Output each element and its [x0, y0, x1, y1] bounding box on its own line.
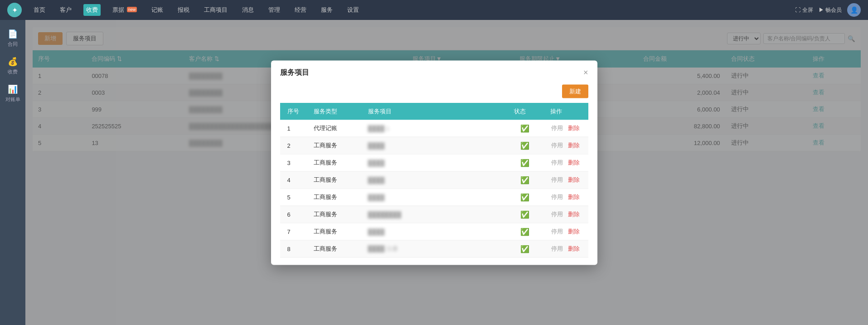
- service-items-table: 序号 服务类型 服务项目 状态 操作 1 代理记账 ████ 1 ✅ 停用 删除…: [280, 102, 588, 257]
- modal-body: 序号 服务类型 服务项目 状态 操作 1 代理记账 ████ 1 ✅ 停用 删除…: [271, 102, 597, 265]
- stop-button[interactable]: 停用: [551, 125, 563, 131]
- list-item: 3 工商服务 ████ ✅ 停用 删除: [280, 154, 588, 171]
- nav-invoice[interactable]: 票据 new: [110, 4, 140, 16]
- nav-service[interactable]: 服务: [318, 4, 335, 16]
- stop-button[interactable]: 停用: [551, 194, 563, 200]
- modal-cell-item: ████: [361, 223, 507, 240]
- new-service-button[interactable]: 新建: [562, 84, 588, 98]
- modal-cell-seq: 8: [280, 240, 306, 257]
- nav-fee[interactable]: 收费: [83, 4, 101, 16]
- nav-customer[interactable]: 客户: [57, 4, 74, 16]
- modal-cell-status: ✅: [507, 120, 543, 137]
- service-items-modal: 服务项目 × 新建 序号 服务类型 服务项目 状态 操作 1: [271, 60, 597, 265]
- nav-business[interactable]: 工商项目: [201, 4, 230, 16]
- modal-cell-action[interactable]: 停用 删除: [543, 120, 588, 137]
- app-logo[interactable]: ✦: [7, 3, 22, 17]
- top-navigation: ✦ 首页 客户 收费 票据 new 记账 报税 工商项目 消息 管理 经营 服务…: [0, 0, 868, 20]
- nav-operation[interactable]: 经营: [292, 4, 309, 16]
- sidebar-item-reconcile[interactable]: 📊 对账单: [0, 81, 25, 107]
- list-item: 4 工商服务 ████ ✅ 停用 删除: [280, 171, 588, 189]
- modal-cell-type: 工商服务: [306, 189, 361, 206]
- stop-button[interactable]: 停用: [551, 142, 563, 149]
- modal-cell-action[interactable]: 停用 删除: [543, 171, 588, 189]
- modal-cell-item: ████: [361, 171, 507, 189]
- modal-col-type: 服务类型: [306, 102, 361, 120]
- main-content: 新增 服务项目 进行中 全部 已终止 🔍 序号 合同编码 ⇅ 客户名称 ⇅ 服务…: [25, 20, 868, 325]
- sidebar-item-fee[interactable]: 💰 收费: [0, 53, 25, 79]
- modal-cell-type: 工商服务: [306, 154, 361, 171]
- list-item: 8 工商服务 ████ 注册 ✅ 停用 删除: [280, 240, 588, 257]
- stop-button[interactable]: 停用: [551, 228, 563, 235]
- delete-button[interactable]: 删除: [568, 159, 580, 166]
- top-right-actions: ⛶ 全屏 ▶ 畅会员 👤: [795, 3, 861, 17]
- sidebar-label-contract: 合同: [8, 41, 18, 48]
- status-check-icon: ✅: [520, 176, 529, 184]
- status-check-icon: ✅: [520, 141, 529, 149]
- delete-button[interactable]: 删除: [568, 211, 580, 218]
- delete-button[interactable]: 删除: [568, 194, 580, 200]
- modal-cell-action[interactable]: 停用 删除: [543, 240, 588, 257]
- modal-cell-action[interactable]: 停用 删除: [543, 223, 588, 240]
- sidebar: 📄 合同 💰 收费 📊 对账单: [0, 20, 25, 325]
- sidebar-label-reconcile: 对账单: [5, 96, 20, 103]
- modal-cell-seq: 1: [280, 120, 306, 137]
- delete-button[interactable]: 删除: [568, 245, 580, 252]
- modal-close-button[interactable]: ×: [583, 68, 588, 77]
- stop-button[interactable]: 停用: [551, 176, 563, 183]
- modal-cell-status: ✅: [507, 189, 543, 206]
- sidebar-label-fee: 收费: [8, 68, 18, 75]
- delete-button[interactable]: 删除: [568, 125, 580, 131]
- list-item: 5 工商服务 ████ ✅ 停用 删除: [280, 189, 588, 206]
- reconcile-icon: 📊: [8, 84, 18, 94]
- modal-cell-type: 工商服务: [306, 240, 361, 257]
- modal-cell-action[interactable]: 停用 删除: [543, 206, 588, 223]
- stop-button[interactable]: 停用: [551, 245, 563, 252]
- modal-col-item: 服务项目: [361, 102, 507, 120]
- status-check-icon: ✅: [520, 124, 529, 132]
- fullscreen-button[interactable]: ⛶ 全屏: [795, 6, 813, 14]
- modal-toolbar: 新建: [271, 81, 597, 102]
- nav-home[interactable]: 首页: [31, 4, 48, 16]
- delete-button[interactable]: 删除: [568, 142, 580, 149]
- delete-button[interactable]: 删除: [568, 228, 580, 235]
- nav-tax[interactable]: 报税: [175, 4, 192, 16]
- modal-cell-status: ✅: [507, 154, 543, 171]
- status-check-icon: ✅: [520, 228, 529, 235]
- status-check-icon: ✅: [520, 193, 529, 201]
- modal-cell-status: ✅: [507, 223, 543, 240]
- modal-cell-action[interactable]: 停用 删除: [543, 154, 588, 171]
- modal-cell-seq: 4: [280, 171, 306, 189]
- modal-cell-seq: 6: [280, 206, 306, 223]
- modal-header: 服务项目 ×: [271, 60, 597, 81]
- modal-col-action: 操作: [543, 102, 588, 120]
- stop-button[interactable]: 停用: [551, 159, 563, 166]
- fee-icon: 💰: [8, 57, 18, 67]
- modal-cell-item: ████ 注册: [361, 240, 507, 257]
- modal-cell-action[interactable]: 停用 删除: [543, 137, 588, 154]
- sidebar-item-contract[interactable]: 📄 合同: [0, 25, 25, 51]
- modal-cell-status: ✅: [507, 171, 543, 189]
- member-button[interactable]: ▶ 畅会员: [819, 6, 842, 14]
- modal-cell-type: 工商服务: [306, 223, 361, 240]
- list-item: 7 工商服务 ████ ✅ 停用 删除: [280, 223, 588, 240]
- modal-title: 服务项目: [280, 68, 309, 77]
- nav-settings[interactable]: 设置: [344, 4, 362, 16]
- modal-cell-status: ✅: [507, 206, 543, 223]
- stop-button[interactable]: 停用: [551, 211, 563, 218]
- avatar[interactable]: 👤: [847, 3, 861, 17]
- modal-cell-item: ████ 1: [361, 120, 507, 137]
- nav-manage[interactable]: 管理: [266, 4, 283, 16]
- delete-button[interactable]: 删除: [568, 176, 580, 183]
- modal-cell-item: ████: [361, 189, 507, 206]
- modal-cell-status: ✅: [507, 137, 543, 154]
- nav-bookkeeping[interactable]: 记账: [149, 4, 166, 16]
- modal-col-seq: 序号: [280, 102, 306, 120]
- modal-cell-seq: 5: [280, 189, 306, 206]
- nav-message[interactable]: 消息: [239, 4, 257, 16]
- modal-cell-action[interactable]: 停用 删除: [543, 189, 588, 206]
- modal-cell-type: 工商服务: [306, 171, 361, 189]
- modal-cell-seq: 7: [280, 223, 306, 240]
- modal-cell-type: 代理记账: [306, 120, 361, 137]
- list-item: 6 工商服务 ████████ ✅ 停用 删除: [280, 206, 588, 223]
- modal-col-status: 状态: [507, 102, 543, 120]
